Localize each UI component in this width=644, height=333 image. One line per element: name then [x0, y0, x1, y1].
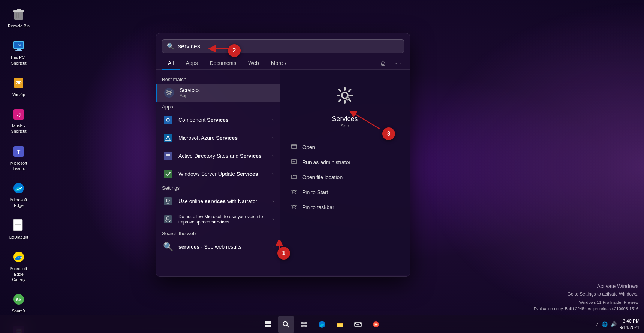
search-results-left: Best match Services App: [156, 70, 280, 275]
volume-icon[interactable]: 🔊: [611, 321, 617, 327]
this-pc-label: This PC - Shortcut: [7, 55, 31, 66]
recycle-bin-icon: [11, 7, 26, 22]
action-run-as-admin[interactable]: Run as administrator: [287, 155, 403, 170]
desktop-icon-this-pc[interactable]: PC This PC - Shortcut: [4, 35, 34, 69]
svg-rect-38: [164, 170, 172, 178]
file-location-label: Open file location: [302, 174, 343, 180]
taskbar-taskview-button[interactable]: [296, 316, 312, 333]
component-services-item[interactable]: Component Services ›: [156, 111, 280, 129]
ad-sites-item[interactable]: Active Directory Sites and Services ›: [156, 147, 280, 165]
dxdiag-label: DxDiag.txt: [9, 234, 28, 240]
web-section-label: Search the web: [156, 228, 280, 238]
search-content: Best match Services App: [156, 70, 410, 275]
azure-services-arrow: ›: [272, 135, 274, 141]
best-match-label: Best match: [156, 74, 280, 84]
search-result-preview: Services App Open: [280, 70, 410, 275]
search-overlay: 🔍 services All Apps Documents Web More ▾…: [156, 33, 410, 277]
system-tray: ∧ 🌐 🔊 3:40 PM 9/14/2021: [596, 318, 640, 331]
azure-services-text: Microsoft Azure Services: [178, 135, 268, 141]
search-input[interactable]: services: [178, 43, 399, 50]
narrator-services-item[interactable]: Use online services with Narrator ›: [156, 192, 280, 210]
svg-rect-52: [268, 321, 271, 324]
svg-point-29: [164, 88, 174, 98]
wsus-item[interactable]: Windows Server Update Services ›: [156, 165, 280, 183]
taskbar-mail-button[interactable]: [350, 316, 366, 333]
svg-rect-35: [166, 154, 168, 156]
network-icon[interactable]: 🌐: [602, 321, 608, 327]
web-search-text: services - See web results: [178, 244, 268, 250]
search-icon: 🔍: [167, 43, 174, 50]
wsus-text: Windows Server Update Services: [178, 171, 268, 177]
windows-watermark: Activate Windows Go to Settings to activ…: [534, 282, 638, 312]
folder-icon: [290, 174, 298, 181]
web-search-arrow: ›: [272, 244, 274, 249]
action-open-file-location[interactable]: Open file location: [287, 170, 403, 185]
search-bar-container: 🔍 services: [162, 39, 404, 53]
tab-all[interactable]: All: [162, 57, 180, 70]
tray-expand-icon[interactable]: ∧: [596, 322, 599, 326]
component-services-text: Component Services: [178, 117, 268, 123]
tab-web[interactable]: Web: [242, 57, 265, 70]
svg-rect-33: [164, 134, 172, 142]
taskbar-search-button[interactable]: [278, 316, 294, 333]
desktop-icon-recycle-bin[interactable]: Recycle Bin: [4, 4, 34, 32]
narrator-text: Use online services with Narrator: [178, 198, 268, 204]
action-pin-start[interactable]: Pin to Start: [287, 185, 403, 200]
search-more-button[interactable]: ⋯: [392, 57, 404, 69]
music-label: Music - Shortcut: [7, 123, 31, 134]
desktop-icon-dxdiag[interactable]: DxDiag.txt: [4, 215, 34, 243]
taskbar-edge-button[interactable]: [314, 316, 330, 333]
tab-more[interactable]: More ▾: [265, 57, 292, 70]
clock[interactable]: 3:40 PM 9/14/2021: [620, 318, 640, 331]
taskbar-explorer-button[interactable]: [332, 316, 348, 333]
speech-arrow: ›: [272, 217, 274, 222]
sharex-label: ShareX: [12, 308, 26, 314]
taskbar-store-button[interactable]: [368, 316, 384, 333]
web-search-item[interactable]: 🔍 services - See web results ›: [156, 238, 280, 256]
svg-rect-2: [17, 9, 21, 11]
svg-text:SX: SX: [16, 297, 22, 302]
azure-services-icon: [162, 132, 174, 144]
start-button[interactable]: [260, 316, 276, 333]
best-match-text: Services App: [180, 87, 274, 98]
settings-section-label: Settings: [156, 183, 280, 192]
services-preview-icon: [334, 85, 355, 111]
app-preview-name: Services: [332, 115, 358, 123]
web-search-title: services - See web results: [178, 244, 268, 250]
component-services-title: Component Services: [178, 117, 268, 123]
recycle-bin-label: Recycle Bin: [8, 23, 30, 28]
apps-section-label: Apps: [156, 102, 280, 111]
action-open[interactable]: Open: [287, 140, 403, 155]
desktop-icon-winzip[interactable]: ZIP WinZip: [4, 72, 34, 100]
svg-rect-59: [301, 325, 304, 327]
web-search-icon: 🔍: [162, 241, 174, 253]
speech-services-item[interactable]: Do not allow Microsoft to use your voice…: [156, 210, 280, 228]
speech-icon: [162, 213, 174, 225]
tab-apps[interactable]: Apps: [180, 57, 204, 70]
azure-services-item[interactable]: Microsoft Azure Services ›: [156, 129, 280, 147]
wsus-icon: [162, 168, 174, 180]
best-match-item[interactable]: Services App: [156, 84, 280, 102]
svg-rect-34: [164, 152, 172, 160]
desktop-icon-music[interactable]: ♫ Music - Shortcut: [4, 104, 34, 137]
chevron-down-icon: ▾: [285, 61, 286, 65]
svg-rect-53: [265, 325, 268, 327]
search-share-button[interactable]: ⎙: [377, 57, 389, 69]
tab-documents[interactable]: Documents: [204, 57, 242, 70]
desktop: Recycle Bin PC This PC - Shortcut ZIP: [0, 0, 644, 333]
wsus-arrow: ›: [272, 171, 274, 177]
best-match-sub: App: [180, 93, 274, 98]
this-pc-icon: PC: [11, 38, 26, 53]
ad-sites-icon: [162, 150, 174, 162]
desktop-icon-sharex[interactable]: SX ShareX: [4, 289, 34, 316]
action-pin-taskbar[interactable]: Pin to taskbar: [287, 200, 403, 215]
dxdiag-icon: [11, 218, 26, 233]
svg-rect-54: [268, 325, 271, 327]
desktop-icon-edge-canary[interactable]: CAN Microsoft Edge Canary: [4, 246, 34, 285]
svg-text:♫: ♫: [16, 111, 21, 118]
pin-taskbar-icon: [290, 204, 298, 211]
desktop-icon-edge[interactable]: Microsoft Edge: [4, 178, 34, 211]
narrator-arrow: ›: [272, 199, 274, 204]
best-match-title: Services: [180, 87, 274, 93]
desktop-icon-teams[interactable]: T Microsoft Teams: [4, 141, 34, 174]
